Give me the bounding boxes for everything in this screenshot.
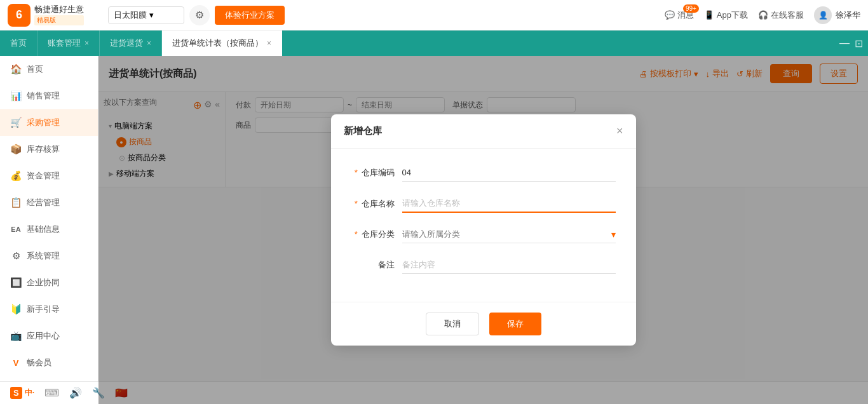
new-warehouse-modal: 新增仓库 × * 仓库编码 * <box>331 114 636 346</box>
save-button[interactable]: 保存 <box>489 313 541 335</box>
online-service-label: 在线客服 <box>771 10 804 21</box>
warehouse-category-input[interactable] <box>402 226 611 243</box>
app-download-label: App下载 <box>717 10 748 21</box>
sidebar-label-basic-info: 基础信息 <box>27 224 60 235</box>
modal-title: 新增仓库 <box>344 125 382 137</box>
sidebar: 🏠 首页 📊 销售管理 🛒 采购管理 📦 库存核算 💰 资金管理 📋 经营管理 … <box>0 56 98 404</box>
tab-bar: 首页 账套管理 × 进货退货 × 进货单统计表（按商品） × — ⊡ <box>0 30 868 56</box>
tab-purchase-stat[interactable]: 进货单统计表（按商品） × <box>162 30 282 56</box>
sidebar-label-operations: 经营管理 <box>27 197 60 208</box>
warehouse-note-label: 备注 <box>351 259 402 271</box>
top-header: 6 畅捷通好生意 精易版 日太阳膜 ▾ ⚙ 体验行业方案 💬 消息 99+ 📱 … <box>0 0 868 30</box>
warehouse-name-input[interactable] <box>402 194 616 213</box>
warehouse-code-label: * 仓库编码 <box>351 167 402 178</box>
sidebar-label-inventory: 库存核算 <box>27 144 60 155</box>
content-area: 进货单统计(按商品) 🖨 按模板打印 ▾ ↓ 导出 ↺ 刷新 查询 设置 <box>98 56 868 404</box>
tab-purchase-return-close-icon[interactable]: × <box>147 39 151 48</box>
user-name: 徐泽华 <box>836 10 860 21</box>
app-center-icon: 📺 <box>10 330 22 342</box>
brand-info: 畅捷通好生意 精易版 <box>34 4 84 25</box>
category-dropdown-icon[interactable]: ▾ <box>611 229 616 239</box>
sidebar-item-inventory[interactable]: 📦 库存核算 <box>0 136 98 163</box>
edition-badge: 精易版 <box>34 15 84 25</box>
main-layout: 🏠 首页 📊 销售管理 🛒 采购管理 📦 库存核算 💰 资金管理 📋 经营管理 … <box>0 56 868 404</box>
sidebar-item-home[interactable]: 🏠 首页 <box>0 56 98 83</box>
warehouse-note-row: 备注 <box>351 256 616 274</box>
phone-icon: 📱 <box>704 10 714 20</box>
headset-icon: 🎧 <box>758 10 768 20</box>
sidebar-label-system: 系统管理 <box>27 250 60 262</box>
modal-footer: 取消 保存 <box>331 302 636 346</box>
warehouse-category-label: * 仓库分类 <box>351 229 402 240</box>
tab-account[interactable]: 账套管理 × <box>37 30 100 56</box>
tab-account-close-icon[interactable]: × <box>85 39 89 48</box>
sidebar-label-sales: 销售管理 <box>27 90 60 102</box>
message-icon: 💬 <box>665 10 675 20</box>
keyboard-icon: ⌨ <box>44 387 59 399</box>
warehouse-name-row: * 仓库名称 <box>351 194 616 213</box>
message-icon-item[interactable]: 💬 消息 99+ <box>665 10 694 21</box>
sales-icon: 📊 <box>10 90 22 102</box>
modal-body: * 仓库编码 * 仓库名称 <box>331 149 636 302</box>
tab-home[interactable]: 首页 <box>0 30 37 56</box>
tab-purchase-stat-label: 进货单统计表（按商品） <box>172 37 263 49</box>
cancel-button[interactable]: 取消 <box>426 313 479 335</box>
warehouse-note-input[interactable] <box>402 256 616 274</box>
modal-close-button[interactable]: × <box>616 125 623 138</box>
sidebar-label-home: 首页 <box>27 64 43 75</box>
tab-purchase-return[interactable]: 进货退货 × <box>100 30 162 56</box>
required-star-name: * <box>355 199 358 208</box>
user-area[interactable]: 👤 徐泽华 <box>814 6 860 24</box>
sidebar-label-guide: 新手引导 <box>27 304 60 315</box>
required-star-category: * <box>355 229 358 239</box>
tab-purchase-stat-close-icon[interactable]: × <box>267 39 271 48</box>
online-service-item[interactable]: 🎧 在线客服 <box>758 10 804 21</box>
sidebar-item-basic-info[interactable]: EA 基础信息 <box>0 216 98 243</box>
sidebar-label-member: 畅会员 <box>27 357 51 368</box>
sidebar-label-app-center: 应用中心 <box>27 330 60 342</box>
sidebar-label-enterprise: 企业协同 <box>27 277 60 288</box>
operations-icon: 📋 <box>10 197 22 208</box>
warehouse-code-input[interactable] <box>402 164 616 182</box>
member-icon: V <box>10 357 22 368</box>
tab-expand-button[interactable]: ⊡ <box>855 37 863 50</box>
tab-home-label: 首页 <box>10 37 27 49</box>
tab-minimize-button[interactable]: — <box>839 37 850 49</box>
sidebar-item-sales[interactable]: 📊 销售管理 <box>0 83 98 109</box>
s-logo: S 中· <box>10 387 34 399</box>
sidebar-item-system[interactable]: ⚙ 系统管理 <box>0 243 98 269</box>
avatar: 👤 <box>814 6 832 24</box>
app-download-item[interactable]: 📱 App下载 <box>704 10 748 21</box>
try-industry-button[interactable]: 体验行业方案 <box>215 6 285 25</box>
tab-account-label: 账套管理 <box>48 37 81 49</box>
sidebar-item-guide[interactable]: 🔰 新手引导 <box>0 296 98 323</box>
warehouse-category-row: * 仓库分类 ▾ <box>351 226 616 243</box>
sidebar-item-app-center[interactable]: 📺 应用中心 <box>0 323 98 349</box>
s-brand-text: 中· <box>25 387 34 398</box>
sidebar-item-finance[interactable]: 💰 资金管理 <box>0 163 98 189</box>
modal-header: 新增仓库 × <box>331 114 636 149</box>
modal-overlay[interactable]: 新增仓库 × * 仓库编码 * <box>98 56 868 404</box>
message-badge: 99+ <box>683 4 699 13</box>
store-name: 日太阳膜 <box>114 10 147 21</box>
sidebar-item-operations[interactable]: 📋 经营管理 <box>0 189 98 216</box>
sidebar-item-member[interactable]: V 畅会员 <box>0 349 98 376</box>
settings-button[interactable]: ⚙ <box>189 5 210 25</box>
warehouse-code-row: * 仓库编码 <box>351 164 616 182</box>
store-selector[interactable]: 日太阳膜 ▾ <box>108 6 184 24</box>
sidebar-label-purchase: 采购管理 <box>27 117 60 128</box>
warehouse-name-label: * 仓库名称 <box>351 198 402 210</box>
speaker-icon: 🔊 <box>69 387 82 399</box>
sidebar-item-purchase[interactable]: 🛒 采购管理 <box>0 109 98 136</box>
app-logo-icon: 6 <box>8 4 31 27</box>
required-star-code: * <box>355 168 358 177</box>
brand-name: 畅捷通好生意 <box>34 4 84 15</box>
finance-icon: 💰 <box>10 170 22 182</box>
warehouse-category-select-wrap: ▾ <box>402 226 616 243</box>
home-icon: 🏠 <box>10 64 22 75</box>
sidebar-item-enterprise[interactable]: 🔲 企业协同 <box>0 269 98 296</box>
enterprise-icon: 🔲 <box>10 277 22 288</box>
system-icon: ⚙ <box>10 250 22 262</box>
inventory-icon: 📦 <box>10 144 22 155</box>
s-brand-icon: S <box>10 387 22 399</box>
